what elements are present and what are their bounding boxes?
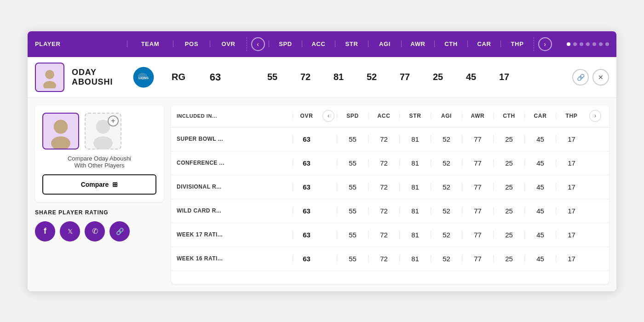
td-car-0: 45 (524, 135, 556, 143)
td-ovr-4: 63 (293, 231, 320, 239)
td-agi-1: 52 (431, 159, 462, 167)
player-ovr: 63 (197, 71, 234, 83)
th-nav-next[interactable]: › (587, 110, 604, 122)
facebook-icon: f (44, 226, 46, 236)
td-acc-1: 72 (368, 159, 399, 167)
td-thp-0: 17 (556, 135, 587, 143)
player-agi: 52 (355, 72, 388, 82)
add-compare-btn[interactable]: + (108, 115, 119, 126)
header-agi: AGI (368, 40, 401, 47)
td-cth-3: 25 (493, 207, 524, 215)
td-spd-1: 55 (337, 159, 368, 167)
prev-btn[interactable]: ‹ (251, 37, 265, 51)
header-spd: SPD (269, 40, 302, 47)
td-awr-0: 77 (462, 135, 493, 143)
pagination-dot-3[interactable] (580, 42, 583, 46)
td-agi-4: 52 (431, 231, 462, 239)
td-thp-3: 17 (556, 207, 587, 215)
th-thp: THP (556, 113, 587, 119)
td-acc-0: 72 (368, 135, 399, 143)
pagination-dot-6[interactable] (599, 42, 603, 46)
table-next-btn[interactable]: › (589, 110, 601, 122)
whatsapp-share-btn[interactable]: ✆ (85, 221, 105, 242)
player-cth: 25 (421, 72, 454, 82)
th-ovr: OVR (293, 113, 320, 119)
svg-point-0 (45, 70, 54, 79)
td-spd-0: 55 (337, 135, 368, 143)
link-button[interactable]: 🔗 (572, 69, 589, 86)
right-panel: INCLUDED IN... OVR ‹ SPD ACC STR AGI AWR… (171, 105, 609, 284)
link-share-btn[interactable]: 🔗 (109, 221, 130, 242)
td-car-2: 45 (524, 183, 556, 191)
header-car: CAR (467, 40, 500, 47)
header-acc: ACC (302, 40, 335, 47)
table-row: CONFERENCE ... 63 55 72 81 52 77 25 45 1… (171, 151, 609, 175)
facebook-share-btn[interactable]: f (35, 221, 55, 242)
pagination-dot-1[interactable] (567, 42, 570, 46)
header-nav-next[interactable]: › (534, 37, 556, 51)
td-ovr-1: 63 (293, 159, 320, 167)
whatsapp-icon: ✆ (92, 227, 98, 236)
td-awr-2: 77 (462, 183, 493, 191)
svg-point-7 (93, 136, 113, 150)
td-str-5: 81 (399, 255, 431, 263)
td-spd-2: 55 (337, 183, 368, 191)
header-team: TEAM (127, 40, 173, 47)
player-awr: 77 (388, 72, 421, 82)
td-agi-2: 52 (431, 183, 462, 191)
player-acc: 72 (289, 72, 322, 82)
td-spd-3: 55 (337, 207, 368, 215)
td-awr-1: 77 (462, 159, 493, 167)
svg-point-5 (51, 136, 70, 150)
th-awr: AWR (462, 113, 493, 119)
table-row: SUPER BOWL ... 63 55 72 81 52 77 25 45 1… (171, 127, 609, 151)
header-str: STR (335, 40, 368, 47)
pagination-dot-7[interactable] (605, 42, 609, 46)
td-spd-4: 55 (337, 231, 368, 239)
player-name: ODAY ABOUSHI (72, 68, 127, 87)
pagination-dot-4[interactable] (586, 42, 590, 46)
td-cth-2: 25 (493, 183, 524, 191)
table-body: SUPER BOWL ... 63 55 72 81 52 77 25 45 1… (171, 127, 609, 271)
player-position: RG (160, 72, 197, 82)
header-thp: THP (500, 40, 534, 47)
player-actions: 🔗 ✕ (572, 69, 609, 86)
th-str: STR (399, 113, 431, 119)
td-car-3: 45 (524, 207, 556, 215)
td-included-0: SUPER BOWL ... (177, 136, 293, 142)
compare-box: + Compare Oday AboushiWith Other Players… (35, 105, 164, 202)
td-cth-0: 25 (493, 135, 524, 143)
compare-label: Compare Oday AboushiWith Other Players (42, 155, 156, 169)
td-str-3: 81 (399, 207, 431, 215)
main-content: + Compare Oday AboushiWith Other Players… (28, 98, 616, 291)
td-spd-5: 55 (337, 255, 368, 263)
compare-btn-label: Compare (81, 181, 109, 188)
pagination-dot-5[interactable] (592, 42, 596, 46)
td-ovr-2: 63 (293, 183, 320, 191)
next-btn[interactable]: › (538, 37, 552, 51)
link-icon: 🔗 (116, 228, 124, 235)
td-awr-5: 77 (462, 255, 493, 263)
share-label: SHARE PLAYER RATING (35, 209, 164, 216)
twitter-share-btn[interactable]: 𝕏 (60, 221, 80, 242)
td-included-5: WEEK 16 RATI... (177, 255, 293, 262)
td-acc-5: 72 (368, 255, 399, 263)
th-nav-prev[interactable]: ‹ (320, 110, 337, 122)
team-logo: LIONS (131, 66, 156, 88)
td-included-4: WEEK 17 RATI... (177, 231, 293, 238)
td-cth-5: 25 (493, 255, 524, 263)
header-nav-prev[interactable]: ‹ (247, 37, 269, 51)
twitter-icon: 𝕏 (68, 228, 73, 235)
compare-button[interactable]: Compare ⊞ (42, 174, 156, 195)
table-prev-btn[interactable]: ‹ (322, 110, 334, 122)
table-row: WILD CARD R... 63 55 72 81 52 77 25 45 1… (171, 199, 609, 223)
compare-avatars: + (42, 113, 156, 150)
pagination-dot-2[interactable] (573, 42, 577, 46)
table-row: WEEK 16 RATI... 63 55 72 81 52 77 25 45 … (171, 247, 609, 271)
player-row: ODAY ABOUSHI LIONS RG 63 55 72 81 52 77 … (28, 57, 616, 98)
header-row: PLAYER TEAM POS OVR ‹ SPD ACC STR AGI AW… (28, 31, 616, 57)
td-agi-0: 52 (431, 135, 462, 143)
close-button[interactable]: ✕ (592, 69, 609, 86)
td-str-4: 81 (399, 231, 431, 239)
td-ovr-3: 63 (293, 207, 320, 215)
